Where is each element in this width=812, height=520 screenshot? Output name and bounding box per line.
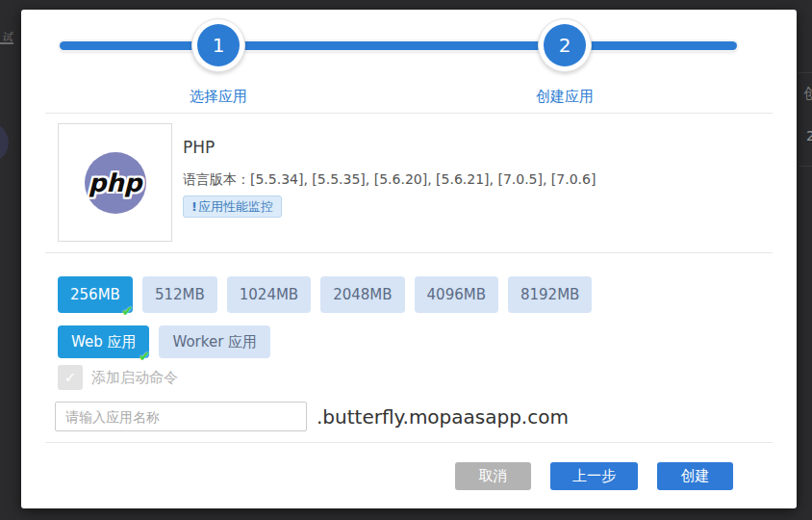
app-versions: 语言版本：[5.5.34], [5.5.35], [5.6.20], [5.6.… — [183, 171, 596, 189]
background-text-fragment: 2 — [806, 128, 812, 143]
check-icon: ✔ — [139, 348, 151, 365]
memory-option-1024mb[interactable]: 1024MB — [227, 276, 311, 313]
check-icon: ✔ — [121, 302, 134, 320]
memory-option-512mb[interactable]: 512MB — [142, 276, 217, 313]
app-name-row: .butterfly.mopaasapp.com — [55, 402, 569, 431]
background-logo-fragment — [0, 122, 9, 163]
background-divider-fragment — [799, 72, 812, 73]
startup-command-label: 添加启动命令 — [91, 369, 178, 387]
background-underline-fragment — [0, 42, 13, 44]
step-2-label: 创建应用 — [507, 88, 622, 106]
app-type-web-button[interactable]: Web 应用 ✔ — [58, 325, 149, 358]
background-text-fragment: 创 — [803, 85, 812, 103]
apm-badge-label: 应用性能监控 — [198, 198, 273, 216]
alert-icon: ! — [191, 199, 197, 214]
create-app-modal: 1 2 选择应用 创建应用 php PHP 语言版本：[5.5.34], [5.… — [21, 10, 797, 508]
previous-step-button[interactable]: 上一步 — [550, 462, 638, 490]
php-logo-text: php — [89, 169, 142, 197]
checkbox-check-icon: ✓ — [64, 369, 77, 386]
memory-options-row: 256MB ✔ 512MB 1024MB 2048MB 4096MB 8192M… — [58, 276, 592, 313]
apm-badge: ! 应用性能监控 — [183, 195, 282, 218]
divider — [45, 113, 773, 114]
divider — [45, 442, 773, 443]
app-name-input[interactable] — [55, 402, 307, 431]
memory-option-8192mb[interactable]: 8192MB — [508, 276, 592, 313]
app-logo-card: php — [58, 123, 172, 242]
memory-option-label: 8192MB — [520, 286, 579, 303]
background-divider-fragment — [799, 166, 812, 167]
php-logo-icon: php — [85, 152, 146, 214]
wizard-stepper: 1 2 选择应用 创建应用 — [21, 10, 797, 113]
memory-option-256mb[interactable]: 256MB ✔ — [58, 276, 133, 313]
step-2-circle[interactable]: 2 — [538, 18, 592, 72]
step-1-circle[interactable]: 1 — [191, 18, 245, 72]
create-button[interactable]: 创建 — [657, 462, 733, 490]
app-type-worker-button[interactable]: Worker 应用 — [159, 325, 270, 358]
modal-footer: 取消 上一步 创建 — [21, 462, 797, 491]
memory-option-label: 1024MB — [240, 286, 298, 303]
app-type-label: Worker 应用 — [172, 333, 257, 351]
domain-suffix: .butterfly.mopaasapp.com — [317, 405, 569, 429]
startup-command-row: ✓ 添加启动命令 — [58, 365, 178, 390]
divider — [45, 252, 773, 253]
stepper-progress-bar — [60, 41, 737, 50]
app-type-label: Web 应用 — [71, 333, 136, 351]
app-type-row: Web 应用 ✔ Worker 应用 — [58, 325, 270, 358]
memory-option-label: 4096MB — [427, 286, 486, 303]
memory-option-4096mb[interactable]: 4096MB — [415, 276, 498, 313]
step-2-number: 2 — [544, 24, 586, 66]
app-title: PHP — [183, 138, 215, 157]
startup-command-checkbox[interactable]: ✓ — [58, 365, 83, 390]
memory-option-label: 2048MB — [333, 286, 392, 303]
step-1-label: 选择应用 — [161, 88, 276, 106]
background-text-fragment: 试 — [2, 30, 12, 41]
versions-list: [5.5.34], [5.5.35], [5.6.20], [5.6.21], … — [250, 171, 596, 187]
memory-option-label: 512MB — [155, 286, 205, 303]
memory-option-label: 256MB — [70, 286, 120, 303]
memory-option-2048mb[interactable]: 2048MB — [320, 276, 404, 313]
versions-label: 语言版本： — [183, 171, 250, 187]
step-1-number: 1 — [197, 24, 240, 66]
cancel-button[interactable]: 取消 — [455, 462, 531, 490]
